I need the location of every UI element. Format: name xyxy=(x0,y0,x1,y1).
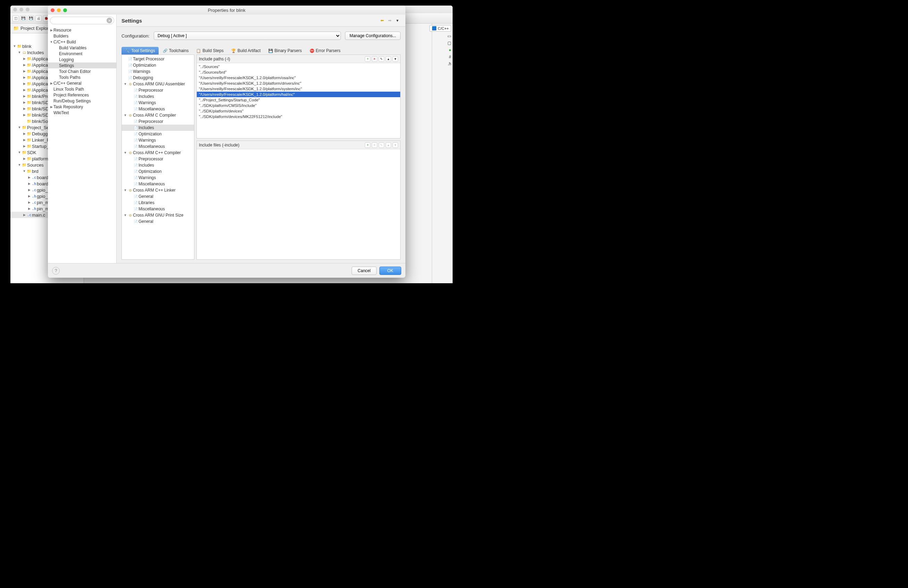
disclosure-icon[interactable] xyxy=(123,113,127,117)
nav-item[interactable]: Tools Paths xyxy=(48,74,116,80)
tool-item[interactable]: Preprocessor xyxy=(122,87,194,93)
tool-item[interactable]: Debugging xyxy=(122,75,194,81)
disclosure-icon[interactable] xyxy=(27,176,31,179)
disclosure-icon[interactable] xyxy=(22,107,26,110)
nav-item[interactable]: C/C++ General xyxy=(48,80,116,86)
edit-path-button[interactable]: ✎ xyxy=(379,56,384,62)
disclosure-icon[interactable] xyxy=(27,188,31,192)
tool-settings-tree[interactable]: Target ProcessorOptimizationWarningsDebu… xyxy=(121,55,194,259)
include-path-item[interactable]: "/Users/nreilly/Freescale/KSDK_1.2.0/pla… xyxy=(197,81,400,86)
include-path-item[interactable]: "../Sources/brd" xyxy=(197,69,400,75)
save-all-button[interactable]: 💾 xyxy=(28,15,34,21)
close-icon[interactable] xyxy=(51,8,55,12)
include-path-item[interactable]: "../SDK/platform/devices/MK22F51212/incl… xyxy=(197,114,400,119)
disclosure-icon[interactable] xyxy=(22,157,26,160)
tool-item[interactable]: Miscellaneous xyxy=(122,181,194,187)
include-path-item[interactable]: "/Users/nreilly/Freescale/KSDK_1.2.0/pla… xyxy=(197,92,400,97)
help-button[interactable]: ? xyxy=(52,267,60,275)
cancel-button[interactable]: Cancel xyxy=(352,267,376,275)
disclosure-icon[interactable] xyxy=(22,94,26,98)
nav-item[interactable]: Build Variables xyxy=(48,45,116,51)
nav-item[interactable]: Resource xyxy=(48,27,116,33)
disclosure-icon[interactable] xyxy=(22,132,26,135)
manage-configurations-button[interactable]: Manage Configurations... xyxy=(345,32,401,40)
disclosure-icon[interactable] xyxy=(22,101,26,104)
disclosure-icon[interactable] xyxy=(17,51,21,54)
nav-item[interactable]: Settings xyxy=(48,63,116,68)
disclosure-icon[interactable] xyxy=(22,213,26,217)
category-tree[interactable]: ResourceBuildersC/C++ BuildBuild Variabl… xyxy=(48,26,116,263)
tool-item[interactable]: Optimization xyxy=(122,62,194,68)
tool-item[interactable]: Libraries xyxy=(122,200,194,206)
outline-icon[interactable]: ● xyxy=(449,48,451,52)
add-file-button[interactable]: ＋ xyxy=(365,142,370,148)
maximize-icon[interactable]: ▢ xyxy=(448,40,451,45)
tool-item[interactable]: Optimization xyxy=(122,168,194,175)
make-targets-icon[interactable]: # xyxy=(449,55,451,60)
tab-tool-settings[interactable]: 🔧Tool Settings xyxy=(121,47,159,55)
disclosure-icon[interactable] xyxy=(22,82,26,85)
tab-build-steps[interactable]: 📋Build Steps xyxy=(193,47,227,55)
disclosure-icon[interactable] xyxy=(27,182,31,185)
move-down-button[interactable]: ▼ xyxy=(393,56,398,62)
nav-item[interactable]: Task Repository xyxy=(48,104,116,110)
clear-filter-icon[interactable]: ✕ xyxy=(106,18,112,23)
disclosure-icon[interactable] xyxy=(22,76,26,79)
tool-item[interactable]: Warnings xyxy=(122,68,194,75)
include-path-item[interactable]: "/Users/nreilly/Freescale/KSDK_1.2.0/pla… xyxy=(197,86,400,92)
new-button[interactable]: ◫ xyxy=(13,15,19,21)
disclosure-icon[interactable] xyxy=(49,40,53,44)
disclosure-icon[interactable] xyxy=(17,163,21,167)
tool-item[interactable]: Includes xyxy=(122,125,194,131)
disclosure-icon[interactable] xyxy=(22,169,26,173)
tool-item[interactable]: General xyxy=(122,218,194,225)
nav-item[interactable]: Project References xyxy=(48,92,116,98)
disclosure-icon[interactable] xyxy=(22,57,26,60)
include-path-item[interactable]: "/Users/nreilly/Freescale/KSDK_1.2.0/pla… xyxy=(197,75,400,81)
include-path-item[interactable]: "../SDK/platform/devices" xyxy=(197,108,400,114)
tool-item[interactable]: Warnings xyxy=(122,137,194,143)
minimize-icon[interactable] xyxy=(57,8,61,12)
tool-item[interactable]: Cross ARM C Compiler xyxy=(122,112,194,118)
tool-item[interactable]: General xyxy=(122,193,194,200)
disclosure-icon[interactable] xyxy=(22,63,26,67)
disclosure-icon[interactable] xyxy=(49,82,53,85)
tool-item[interactable]: Cross ARM C++ Linker xyxy=(122,187,194,193)
tool-item[interactable]: Cross ARM C++ Compiler xyxy=(122,150,194,156)
tool-item[interactable]: Preprocessor xyxy=(122,156,194,162)
dialog-titlebar[interactable]: Properties for blink xyxy=(48,6,406,14)
include-paths-list[interactable]: "../Sources""../Sources/brd""/Users/nrei… xyxy=(197,63,400,138)
tool-item[interactable]: Optimization xyxy=(122,131,194,137)
tool-item[interactable]: Includes xyxy=(122,162,194,168)
disclosure-icon[interactable] xyxy=(27,201,31,204)
disclosure-icon[interactable] xyxy=(22,138,26,142)
tool-item[interactable]: Warnings xyxy=(122,100,194,106)
nav-item[interactable]: Builders xyxy=(48,33,116,39)
tab-binary-parsers[interactable]: 💾Binary Parsers xyxy=(265,47,306,55)
tool-item[interactable]: Target Processor xyxy=(122,56,194,62)
save-button[interactable]: 💾 xyxy=(20,15,26,21)
menu-dropdown-icon[interactable]: ▾ xyxy=(394,17,401,24)
zoom-icon[interactable] xyxy=(26,8,29,11)
nav-item[interactable]: Tool Chain Editor xyxy=(48,68,116,74)
tab-toolchains[interactable]: 🔗Toolchains xyxy=(159,47,192,55)
tool-item[interactable]: Cross ARM GNU Print Size xyxy=(122,212,194,218)
tab-build-artifact[interactable]: 🏆Build Artifact xyxy=(228,47,264,55)
tool-item[interactable]: Warnings xyxy=(122,175,194,181)
disclosure-icon[interactable] xyxy=(13,44,17,48)
delete-path-button[interactable]: ✕ xyxy=(372,56,377,62)
minimize-icon[interactable]: ▭ xyxy=(448,34,451,39)
disclosure-icon[interactable] xyxy=(123,82,127,86)
disclosure-icon[interactable] xyxy=(123,188,127,192)
tool-item[interactable]: Miscellaneous xyxy=(122,206,194,212)
tool-item[interactable]: Miscellaneous xyxy=(122,143,194,150)
nav-item[interactable]: C/C++ Build xyxy=(48,39,116,45)
zoom-icon[interactable] xyxy=(63,8,67,12)
disclosure-icon[interactable] xyxy=(17,151,21,154)
filter-input[interactable] xyxy=(50,17,114,24)
disclosure-icon[interactable] xyxy=(22,88,26,92)
include-path-item[interactable]: "../Project_Settings/Startup_Code" xyxy=(197,97,400,103)
nav-item[interactable]: Environment xyxy=(48,51,116,56)
include-path-item[interactable]: "../SDK/platform/CMSIS/Include" xyxy=(197,103,400,108)
disclosure-icon[interactable] xyxy=(22,144,26,148)
